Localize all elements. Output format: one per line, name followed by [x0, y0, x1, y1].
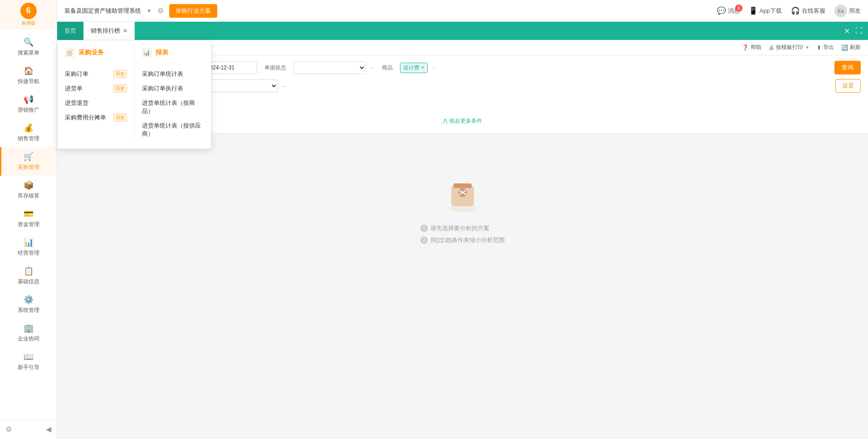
svg-rect-2 — [454, 183, 472, 188]
dropdown-item-order-exec[interactable]: 采购订单执行表 — [142, 81, 204, 96]
settings-icon[interactable]: ⚙ — [5, 425, 12, 434]
dropdown-item-stock-return[interactable]: 进货退货 — [65, 96, 127, 110]
sidebar-label-inventory: 库存核算 — [18, 192, 39, 200]
purchase-icon: 🛒 — [24, 152, 34, 162]
dropdown-item-stock-stats-goods[interactable]: 进货单统计表（按商品） — [142, 96, 204, 118]
system-gear-icon[interactable]: ⚙ — [157, 6, 164, 15]
export-btn[interactable]: ⬆ 导出 — [817, 44, 834, 51]
sidebar-label-marketing: 营销推广 — [18, 106, 39, 114]
help-icon: ❓ — [742, 44, 749, 51]
help-btn[interactable]: ❓ 帮助 — [742, 44, 761, 51]
tab-bar-close-icon[interactable]: ✕ — [844, 27, 850, 35]
newbie-icon: 📖 — [24, 352, 34, 362]
goods-tag: 设计费 × — [400, 63, 428, 73]
sidebar-label-system: 系统管理 — [18, 306, 39, 314]
refresh-label: 刷新 — [850, 44, 861, 51]
empty-tips: 1 请先选择要分析的方案 2 用[过滤]条件来缩小分析范围 — [420, 222, 504, 246]
query-btn[interactable]: 查询 — [834, 61, 861, 74]
goods-tag-close[interactable]: × — [421, 64, 424, 71]
print-icon: 🖨 — [769, 44, 774, 51]
sidebar-label-purchase: 采购管理 — [18, 163, 39, 171]
print-label: 按模板打印 — [776, 44, 803, 51]
tab-sales-rank[interactable]: 销售排行榜 ✕ — [83, 22, 135, 40]
goods-tag-text: 设计费 — [403, 64, 419, 72]
tab-close-icon[interactable]: ✕ — [123, 28, 127, 34]
inventory-icon: 📦 — [24, 180, 34, 190]
tip-item-1: 1 请先选择要分析的方案 — [420, 222, 504, 234]
filter-actions-2: 设置 — [835, 79, 861, 93]
message-badge: 6 — [735, 5, 742, 12]
sidebar-item-purchase[interactable]: 🛒 采购管理 — [0, 147, 57, 176]
sidebar-item-system[interactable]: ⚙️ 系统管理 — [0, 290, 57, 319]
sidebar-label-operations: 经营管理 — [18, 249, 39, 257]
dropdown-item-purchase-fee[interactable]: 采购费用分摊单 历史 — [65, 110, 127, 125]
tip-num-1: 1 — [420, 225, 428, 232]
salesperson-select[interactable] — [205, 79, 278, 92]
refresh-btn[interactable]: 🔄 刷新 — [841, 44, 861, 51]
purchase-dropdown-menu: 🛒 采购业务 采购订单 历史 进货单 历史 进货退货 — [57, 40, 211, 149]
dropdown-report-col: 📊 报表 采购订单统计表 采购订单执行表 进货单统计表（按商品） 进货单统计表（… — [135, 48, 211, 141]
marketing-icon: 📢 — [24, 94, 34, 104]
sidebar-label-quicknav: 快捷导航 — [18, 78, 39, 85]
sidebar-item-enterprise[interactable]: 🏢 企业协同 — [0, 319, 57, 347]
online-service-action[interactable]: 🎧 在线客服 — [791, 6, 825, 15]
sidebar-item-newbie[interactable]: 📖 新手引导 — [0, 347, 57, 376]
sidebar-item-basic[interactable]: 📋 基础信息 — [0, 261, 57, 290]
message-icon: 💬 — [717, 6, 726, 15]
export-icon: ⬆ — [817, 44, 821, 51]
empty-state: 1 请先选择要分析的方案 2 用[过滤]条件来缩小分析范围 — [57, 133, 868, 282]
phone-icon: 📱 — [749, 6, 758, 15]
help-label: 帮助 — [751, 44, 761, 51]
collapse-sidebar-icon[interactable]: ◀ — [46, 425, 51, 434]
collapse-label: 收起更多条件 — [449, 118, 482, 124]
message-action[interactable]: 💬 6 消息 — [717, 6, 740, 15]
dropdown-item-order-stats[interactable]: 采购订单统计表 — [142, 67, 204, 81]
user-action[interactable]: Ea 用友 — [834, 5, 861, 17]
doc-status-select[interactable] — [293, 61, 366, 74]
online-service-label: 在线客服 — [802, 7, 825, 15]
sidebar-label-finance: 资金管理 — [18, 221, 39, 228]
sidebar-item-marketing[interactable]: 📢 营销推广 — [0, 90, 57, 118]
system-title: 装备及固定资产辅助管理系统 — [64, 7, 141, 15]
print-btn[interactable]: 🖨 按模板打印 ▼ — [769, 44, 809, 51]
doc-status-label: 单据状态 — [264, 64, 286, 72]
enterprise-icon: 🏢 — [24, 323, 34, 333]
dropdown-item-purchase-order[interactable]: 采购订单 历史 — [65, 67, 127, 81]
app-download-action[interactable]: 📱 App下载 — [749, 6, 782, 15]
refresh-icon: 🔄 — [841, 44, 848, 51]
dropdown-purchase-col: 🛒 采购业务 采购订单 历史 进货单 历史 进货退货 — [58, 48, 134, 141]
tab-home[interactable]: 首页 — [57, 22, 83, 40]
sidebar-item-finance[interactable]: 💳 资金管理 — [0, 204, 57, 233]
collapse-up-icon: ⋀ — [443, 118, 448, 124]
sidebar-label-search: 搜索菜单 — [18, 49, 39, 57]
user-label: 用友 — [849, 7, 861, 15]
dropdown-purchase-title: 🛒 采购业务 — [65, 48, 127, 61]
sidebar-item-inventory[interactable]: 📦 库存核算 — [0, 176, 57, 204]
industry-btn[interactable]: 体验行业方案 — [169, 4, 217, 18]
tab-bar: 首页 销售排行榜 ✕ ✕ ⛶ 🛒 采购业务 采购订单 历史 — [57, 22, 868, 40]
sidebar-item-operations[interactable]: 📊 经营管理 — [0, 233, 57, 261]
dropdown-item-stock-stats-supplier[interactable]: 进货单统计表（按供应商） — [142, 118, 204, 141]
sidebar-item-sales[interactable]: 💰 销售管理 — [0, 118, 57, 147]
tab-bar-expand-icon[interactable]: ⛶ — [855, 27, 863, 35]
tip-item-2: 2 用[过滤]条件来缩小分析范围 — [420, 234, 504, 246]
sidebar-footer: ⚙ ◀ — [0, 419, 57, 439]
report-section-icon: 📊 — [142, 48, 152, 58]
system-icon: ⚙️ — [24, 295, 34, 305]
salesperson-more[interactable]: ··· — [282, 83, 287, 89]
logo-subtitle: 标准版 — [22, 20, 35, 26]
dropdown-item-stock-in[interactable]: 进货单 历史 — [65, 81, 127, 96]
system-dropdown-arrow[interactable]: ▼ — [146, 8, 152, 14]
goods-more[interactable]: ··· — [430, 64, 435, 71]
goods-label: 商品 — [382, 64, 393, 72]
dropdown-report-title: 📊 报表 — [142, 48, 204, 61]
print-dropdown-icon[interactable]: ▼ — [805, 45, 809, 50]
basic-icon: 📋 — [24, 266, 34, 276]
sidebar-item-quicknav[interactable]: 🏠 快捷导航 — [0, 61, 57, 90]
sidebar: 6 标准版 🔍 搜索菜单 🏠 快捷导航 📢 营销推广 💰 销售管理 🛒 采购管理… — [0, 0, 57, 439]
doc-status-more[interactable]: ··· — [370, 64, 375, 71]
setting-btn[interactable]: 设置 — [835, 79, 861, 93]
sidebar-logo: 6 标准版 — [0, 0, 57, 29]
home-icon: 🏠 — [24, 66, 34, 76]
sidebar-item-search[interactable]: 🔍 搜索菜单 — [0, 33, 57, 61]
